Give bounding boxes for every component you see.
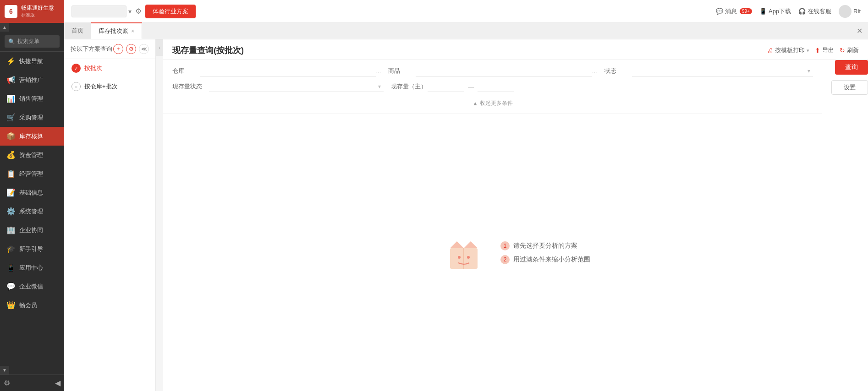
- sidebar-item-marketing[interactable]: 📢 营销推广: [0, 71, 64, 89]
- plan-icon-warehouse: ○: [71, 82, 81, 91]
- sidebar-search-area: 🔍 搜索菜单: [0, 32, 64, 52]
- sidebar-item-label: 畅会员: [19, 301, 37, 310]
- stock-status-select[interactable]: ▾: [209, 81, 384, 92]
- sidebar-item-quick-nav[interactable]: ⚡ 快捷导航: [0, 52, 64, 71]
- refresh-btn[interactable]: ↻ 刷新: [840, 46, 859, 54]
- sidebar-item-enterprise[interactable]: 🏢 企业协同: [0, 221, 64, 239]
- tab-close-icon[interactable]: ×: [131, 28, 134, 34]
- product-label: 商品: [388, 67, 416, 75]
- tab-home[interactable]: 首页: [64, 22, 91, 39]
- finance-icon: 💰: [6, 151, 15, 159]
- tip-text-1: 请先选择要分析的方案: [513, 242, 577, 250]
- tab-close-all[interactable]: ✕: [851, 22, 868, 39]
- sidebar-item-vip[interactable]: 👑 畅会员: [0, 296, 64, 315]
- app-download-label: App下载: [769, 7, 791, 16]
- warehouse-more[interactable]: ...: [376, 68, 381, 75]
- svg-point-3: [467, 256, 470, 259]
- search-icon: 🔍: [8, 38, 15, 45]
- message-icon: 💬: [716, 8, 723, 15]
- tab-inventory-batch[interactable]: 库存批次账 ×: [91, 22, 142, 39]
- vip-icon: 👑: [6, 301, 15, 310]
- messages-action[interactable]: 💬 消息 99+: [716, 7, 752, 16]
- sidebar-search-box[interactable]: 🔍 搜索菜单: [5, 35, 60, 48]
- settings-plan-btn[interactable]: ⚙: [126, 44, 136, 54]
- stock-status-label: 现存量状态: [172, 82, 209, 91]
- panel-collapse-handle[interactable]: ‹: [156, 39, 163, 56]
- home-tab-label: 首页: [71, 27, 83, 35]
- print-dropdown-icon[interactable]: ▾: [807, 48, 809, 54]
- empty-tips: 1 请先选择要分析的方案 2 用过滤条件来缩小分析范围: [500, 241, 590, 264]
- sidebar-item-label: 采购管理: [19, 114, 43, 122]
- app-download-action[interactable]: 📱 App下载: [759, 7, 791, 16]
- warehouse-input[interactable]: [200, 65, 376, 76]
- status-dropdown-icon: ▾: [808, 68, 810, 74]
- sidebar-item-operations[interactable]: 📋 经营管理: [0, 164, 64, 183]
- empty-state: 1 请先选择要分析的方案 2 用过滤条件来缩小分析范围: [163, 114, 868, 391]
- topbar-left: ▾ ⚙ 体验行业方案: [71, 5, 711, 18]
- product-more[interactable]: ...: [592, 68, 597, 75]
- sidebar-item-label: 销售管理: [19, 95, 43, 103]
- sidebar-item-finance[interactable]: 💰 资金管理: [0, 146, 64, 164]
- online-service-action[interactable]: 🎧 在线客服: [798, 7, 831, 16]
- page-title: 现存量查询(按批次): [172, 45, 244, 56]
- sidebar-item-basic[interactable]: 📝 基础信息: [0, 183, 64, 202]
- stock-qty-min[interactable]: [428, 81, 464, 92]
- sidebar-scroll-down[interactable]: ▼: [0, 366, 9, 375]
- stock-qty-label: 现存量（主）: [391, 82, 428, 91]
- inventory-icon: 📦: [6, 132, 15, 141]
- filter-warehouse: 仓库 ...: [172, 65, 381, 76]
- app-logo: 6: [5, 5, 17, 18]
- sidebar-item-label: 经营管理: [19, 170, 43, 178]
- query-button[interactable]: 查询: [835, 60, 868, 75]
- plan-item-by-warehouse-batch[interactable]: ○ 按仓库+批次: [64, 77, 155, 96]
- operations-icon: 📋: [6, 169, 15, 178]
- topbar-settings-icon[interactable]: ⚙: [135, 7, 142, 16]
- sidebar-item-app-center[interactable]: 📱 应用中心: [0, 258, 64, 277]
- product-input[interactable]: [416, 65, 592, 76]
- topbar-dropdown-icon[interactable]: ▾: [128, 8, 132, 15]
- left-panel: 按以下方案查询 + ⚙ ≪ ✓ 按批次 ○ 按仓库+批次: [64, 39, 156, 391]
- status-select[interactable]: ▾: [632, 66, 813, 76]
- user-name: Rit: [853, 8, 861, 15]
- sidebar-item-wechat[interactable]: 💬 企业微信: [0, 277, 64, 296]
- sidebar-nav: 🔍 搜索菜单 ⚡ 快捷导航 📢 营销推广 📊 销售管理 🛒 采购管理 📦 库存核…: [0, 32, 64, 366]
- sidebar-item-newbie[interactable]: 🎓 新手引导: [0, 239, 64, 258]
- status-label: 状态: [604, 67, 632, 75]
- sidebar-collapse-icon[interactable]: ◀: [55, 379, 60, 387]
- sidebar-item-purchase[interactable]: 🛒 采购管理: [0, 108, 64, 127]
- refresh-label: 刷新: [847, 46, 859, 54]
- app-title-block: 畅康通好生意 标准版: [21, 5, 54, 18]
- stock-qty-max[interactable]: [478, 81, 514, 92]
- settings-icon[interactable]: ⚙: [4, 379, 10, 387]
- sidebar-scroll-up[interactable]: ▲: [0, 23, 9, 32]
- print-label: 按模板打印: [775, 46, 805, 54]
- sidebar-item-system[interactable]: ⚙️ 系统管理: [0, 202, 64, 221]
- filter-collapse-btn[interactable]: ▲ 收起更多条件: [172, 97, 813, 108]
- sales-icon: 📊: [6, 94, 15, 103]
- tab-label: 库存批次账: [99, 27, 128, 35]
- topbar-search-box: [71, 5, 126, 17]
- basic-icon: 📝: [6, 188, 15, 197]
- purchase-icon: 🛒: [6, 113, 15, 122]
- plan-label-by-batch: 按批次: [84, 64, 102, 72]
- settings-button[interactable]: 设置: [831, 80, 868, 95]
- sidebar-item-sales[interactable]: 📊 销售管理: [0, 89, 64, 108]
- left-panel-header: 按以下方案查询 + ⚙ ≪: [64, 39, 155, 59]
- warehouse-label: 仓库: [172, 67, 200, 75]
- sidebar-item-inventory[interactable]: 📦 库存核算: [0, 127, 64, 146]
- tabbar: 首页 库存批次账 × ✕: [64, 23, 868, 39]
- quick-nav-icon: ⚡: [6, 57, 15, 65]
- sidebar-item-label: 资金管理: [19, 151, 43, 159]
- experience-btn[interactable]: 体验行业方案: [145, 5, 196, 18]
- export-btn[interactable]: ⬆ 导出: [815, 46, 834, 54]
- sidebar-search-label: 搜索菜单: [17, 38, 39, 45]
- plan-item-by-batch[interactable]: ✓ 按批次: [64, 59, 155, 77]
- page-header: 现存量查询(按批次) 🖨 按模板打印 ▾ ⬆ 导出 ↻ 刷新: [163, 39, 868, 60]
- tip-text-2: 用过滤条件来缩小分析范围: [513, 255, 590, 264]
- user-action[interactable]: Rit: [839, 5, 861, 18]
- filter-status: 状态 ▾: [604, 66, 813, 76]
- print-btn[interactable]: 🖨 按模板打印 ▾: [767, 46, 809, 54]
- collapse-panel-btn[interactable]: ≪: [139, 44, 149, 54]
- export-label: 导出: [822, 46, 834, 54]
- add-plan-btn[interactable]: +: [113, 44, 123, 54]
